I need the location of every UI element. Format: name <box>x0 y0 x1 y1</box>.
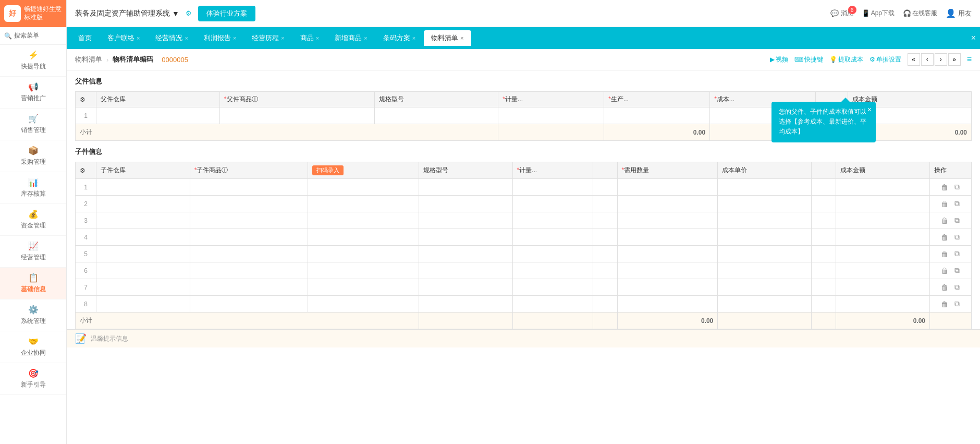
child-spec-7[interactable] <box>419 279 512 296</box>
tab-goods[interactable]: 商品 × <box>293 30 326 46</box>
doc-settings-link[interactable]: ⚙ 单据设置 <box>869 55 901 64</box>
user-menu[interactable]: 👤 用友 <box>946 8 972 18</box>
search-menu[interactable]: 🔍 搜索菜单 <box>0 27 66 45</box>
child-warehouse-3[interactable] <box>96 212 190 229</box>
parent-warehouse-cell[interactable] <box>96 107 220 124</box>
child-qty-6[interactable] <box>617 262 718 279</box>
child-spec-8[interactable] <box>419 296 512 313</box>
child-unit-cost-3[interactable] <box>718 212 812 229</box>
child-delete-btn-8[interactable]: 🗑 <box>939 299 950 309</box>
child-unit-7[interactable] <box>512 279 593 296</box>
sidebar-item-system[interactable]: ⚙️ 系统管理 <box>0 299 66 331</box>
tab-business-history[interactable]: 经营历程 × <box>244 30 291 46</box>
tab-operations-status-close[interactable]: × <box>185 35 188 41</box>
child-unit-5[interactable] <box>512 246 593 262</box>
tab-goods-close[interactable]: × <box>316 35 319 41</box>
scan-input-btn[interactable]: 扫码录入 <box>312 165 344 175</box>
app-download-link[interactable]: 📱 App下载 <box>862 9 895 18</box>
child-unit-8[interactable] <box>512 296 593 313</box>
child-unit-2[interactable] <box>512 196 593 212</box>
child-qty-4[interactable] <box>617 229 718 246</box>
child-spec-6[interactable] <box>419 262 512 279</box>
child-product-4[interactable] <box>190 229 308 246</box>
tab-add-goods[interactable]: 新增商品 × <box>327 30 374 46</box>
child-copy-btn-5[interactable]: ⧉ <box>952 249 962 259</box>
child-copy-btn-7[interactable]: ⧉ <box>952 282 962 293</box>
sidebar-item-basic-info[interactable]: 📋 基础信息 <box>0 268 66 299</box>
child-copy-btn-3[interactable]: ⧉ <box>952 215 962 226</box>
close-all-tabs[interactable]: × <box>971 33 976 43</box>
trial-button[interactable]: 体验行业方案 <box>198 6 255 21</box>
child-spec-4[interactable] <box>419 229 512 246</box>
parent-col-settings[interactable]: ⚙ <box>76 92 96 107</box>
tab-customer[interactable]: 客户联络 × <box>100 30 147 46</box>
child-unit-4[interactable] <box>512 229 593 246</box>
child-spec-1[interactable] <box>419 179 512 196</box>
page-last-btn[interactable]: » <box>948 53 961 66</box>
system-title-select[interactable]: 装备及固定资产辅助管理系统 ▼ <box>75 9 179 18</box>
child-delete-btn-1[interactable]: 🗑 <box>939 182 950 193</box>
child-unit-3[interactable] <box>512 212 593 229</box>
sidebar-item-guide[interactable]: 🎯 新手引导 <box>0 363 66 395</box>
child-product-7[interactable] <box>190 279 308 296</box>
tooltip-close-btn[interactable]: × <box>867 104 872 115</box>
child-product-3[interactable] <box>190 212 308 229</box>
tab-profit-report-close[interactable]: × <box>233 35 236 41</box>
child-qty-7[interactable] <box>617 279 718 296</box>
view-toggle-icon[interactable]: ≡ <box>967 55 972 64</box>
child-warehouse-5[interactable] <box>96 246 190 262</box>
child-delete-btn-4[interactable]: 🗑 <box>939 232 950 243</box>
child-qty-5[interactable] <box>617 246 718 262</box>
tab-bom-close[interactable]: × <box>460 35 463 41</box>
page-next-btn[interactable]: › <box>935 53 947 66</box>
tab-home[interactable]: 首页 <box>71 30 99 46</box>
tab-add-goods-close[interactable]: × <box>364 35 367 41</box>
sidebar-item-operations[interactable]: 📈 经营管理 <box>0 236 66 268</box>
child-unit-cost-5[interactable] <box>718 246 812 262</box>
child-unit-cost-7[interactable] <box>718 279 812 296</box>
video-link[interactable]: ▶ 视频 <box>770 55 788 64</box>
parent-production-cell[interactable] <box>604 107 710 124</box>
child-delete-btn-3[interactable]: 🗑 <box>939 215 950 226</box>
tab-business-history-close[interactable]: × <box>281 35 284 41</box>
child-qty-8[interactable] <box>617 296 718 313</box>
online-service-link[interactable]: 🎧 在线客服 <box>903 9 937 18</box>
parent-unit-cell[interactable] <box>498 107 604 124</box>
child-spec-5[interactable] <box>419 246 512 262</box>
child-warehouse-8[interactable] <box>96 296 190 313</box>
page-prev-btn[interactable]: ‹ <box>921 53 934 66</box>
child-unit-6[interactable] <box>512 262 593 279</box>
child-copy-btn-8[interactable]: ⧉ <box>952 299 962 309</box>
breadcrumb-bom[interactable]: 物料清单 <box>75 55 102 64</box>
child-qty-2[interactable] <box>617 196 718 212</box>
tab-barcode[interactable]: 条码方案 × <box>376 30 423 46</box>
parent-spec-cell[interactable] <box>375 107 498 124</box>
child-unit-cost-2[interactable] <box>718 196 812 212</box>
sidebar-item-inventory[interactable]: 📊 库存核算 <box>0 172 66 204</box>
child-warehouse-7[interactable] <box>96 279 190 296</box>
child-product-8[interactable] <box>190 296 308 313</box>
child-copy-btn-2[interactable]: ⧉ <box>952 199 962 209</box>
extract-cost-link[interactable]: 💡 提取成本 <box>829 55 863 64</box>
sidebar-item-quick-nav[interactable]: ⚡ 快捷导航 <box>0 45 66 77</box>
sidebar-item-purchase[interactable]: 📦 采购管理 <box>0 140 66 172</box>
tab-bom[interactable]: 物料清单 × <box>424 30 471 46</box>
child-unit-1[interactable] <box>512 179 593 196</box>
tab-customer-close[interactable]: × <box>137 35 140 41</box>
sidebar-item-sales[interactable]: 🛒 销售管理 <box>0 109 66 140</box>
tab-profit-report[interactable]: 利润报告 × <box>197 30 243 46</box>
child-warehouse-1[interactable] <box>96 179 190 196</box>
child-delete-btn-6[interactable]: 🗑 <box>939 266 950 276</box>
sidebar-item-finance[interactable]: 💰 资金管理 <box>0 204 66 236</box>
child-spec-2[interactable] <box>419 196 512 212</box>
child-product-5[interactable] <box>190 246 308 262</box>
child-product-2[interactable] <box>190 196 308 212</box>
shortcut-link[interactable]: ⌨ 快捷键 <box>794 55 823 64</box>
child-copy-btn-4[interactable]: ⧉ <box>952 232 962 243</box>
tab-operations-status[interactable]: 经营情况 × <box>148 30 195 46</box>
child-copy-btn-1[interactable]: ⧉ <box>952 182 962 193</box>
child-warehouse-2[interactable] <box>96 196 190 212</box>
child-unit-cost-4[interactable] <box>718 229 812 246</box>
message-notification[interactable]: 💬 6 消息 <box>830 9 853 18</box>
child-unit-cost-8[interactable] <box>718 296 812 313</box>
